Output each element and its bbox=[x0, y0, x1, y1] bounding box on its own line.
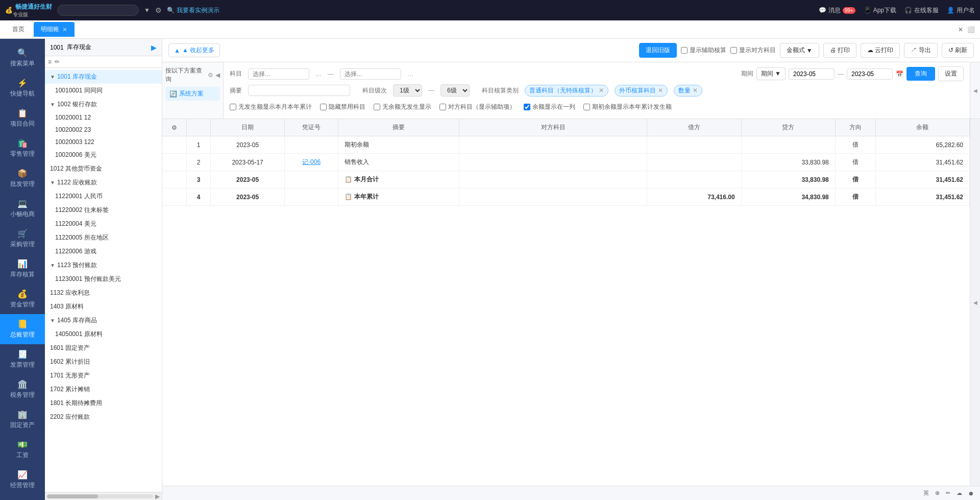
period-to-calendar-icon[interactable]: 📅 bbox=[896, 70, 903, 78]
sidebar-item-tax[interactable]: 🏛️ 税务管理 bbox=[0, 374, 45, 404]
subject-to-more-icon[interactable]: … bbox=[407, 70, 413, 78]
sidebar-item-wholesale[interactable]: 📦 批发管理 bbox=[0, 163, 45, 194]
summary-filter-input[interactable] bbox=[248, 85, 350, 96]
message-btn[interactable]: 💬 消息 99+ bbox=[819, 6, 855, 15]
tree-item-11230001[interactable]: 11230001 预付账款美元 bbox=[45, 272, 162, 286]
account-nav-btn[interactable]: ▶ bbox=[151, 43, 157, 52]
tree-item-1601[interactable]: 1601 固定资产 bbox=[45, 341, 162, 355]
checkbox-hide-disabled-input[interactable] bbox=[320, 104, 327, 110]
tree-scroll-right[interactable]: ▶ bbox=[155, 493, 160, 500]
tree-item-10020002[interactable]: 10020002 23 bbox=[45, 124, 162, 136]
tree-item-1002[interactable]: ▼ 1002 银行存款 bbox=[45, 98, 162, 111]
tree-item-11220005[interactable]: 11220005 所在地区 bbox=[45, 231, 162, 245]
tab-home[interactable]: 首页 bbox=[5, 22, 32, 37]
filter-tag-normal-close[interactable]: ✕ bbox=[599, 87, 604, 94]
sidebar-item-ledger[interactable]: 📒 总账管理 bbox=[0, 314, 45, 344]
window-minimize-btn[interactable]: ✕ bbox=[958, 26, 963, 33]
sidebar-item-retail[interactable]: 🛍️ 零售管理 bbox=[0, 133, 45, 163]
sidebar-item-assets[interactable]: 🏢 固定资产 bbox=[0, 404, 45, 435]
setting-btn[interactable]: 设置 bbox=[938, 66, 964, 81]
status-record-btn[interactable]: ⏺ bbox=[968, 490, 974, 496]
tree-item-1701[interactable]: 1701 无形资产 bbox=[45, 369, 162, 383]
demo-link[interactable]: 🔍 我要看实例演示 bbox=[167, 6, 219, 15]
print-btn[interactable]: 🖨 打印 bbox=[823, 43, 856, 58]
sidebar-item-quicknav[interactable]: ⚡ 快捷导航 bbox=[0, 73, 45, 103]
tree-item-1001[interactable]: ▼ 1001 库存现金 bbox=[45, 70, 162, 84]
tree-edit-icon[interactable]: ✏ bbox=[55, 58, 60, 65]
topbar-settings-icon[interactable]: ⚙ bbox=[155, 6, 162, 14]
return-old-btn[interactable]: 退回旧版 bbox=[639, 43, 677, 58]
checkbox-balance-single-input[interactable] bbox=[524, 104, 530, 110]
tree-item-10010001[interactable]: 10010001 同同同 bbox=[45, 84, 162, 98]
tree-item-11220001[interactable]: 11220001 人民币 bbox=[45, 189, 162, 203]
tree-item-1012[interactable]: 1012 其他货币资金 bbox=[45, 162, 162, 176]
sidebar-item-ecommerce[interactable]: 💻 小畅电商 bbox=[0, 194, 45, 224]
sidebar-item-search[interactable]: 🔍 搜索菜单 bbox=[0, 43, 45, 73]
status-translate-btn[interactable]: 英 bbox=[923, 489, 929, 497]
status-cloud-btn[interactable]: ☁ bbox=[957, 490, 962, 496]
sidebar-item-project[interactable]: 📋 项目合同 bbox=[0, 103, 45, 133]
window-maximize-btn[interactable]: ⬜ bbox=[967, 26, 975, 33]
tree-scrollbar[interactable]: ▶ bbox=[45, 492, 162, 500]
status-edit-btn[interactable]: ✏ bbox=[946, 490, 950, 496]
show-aux-checkbox[interactable] bbox=[681, 47, 688, 54]
export-btn[interactable]: ↗ 导出 bbox=[904, 43, 937, 58]
amount-format-btn[interactable]: 金额式 ▼ bbox=[780, 43, 819, 58]
topbar-search-input[interactable] bbox=[57, 5, 139, 16]
subject-to-input[interactable] bbox=[340, 68, 401, 80]
sidebar-item-operations[interactable]: 📈 经营管理 bbox=[0, 465, 45, 495]
sidebar-item-purchase[interactable]: 🛒 采购管理 bbox=[0, 224, 45, 254]
subject-more-icon[interactable]: … bbox=[315, 70, 322, 78]
query-btn[interactable]: 查询 bbox=[906, 67, 935, 81]
filter-tag-foreign-close[interactable]: ✕ bbox=[658, 87, 663, 94]
period-to-input[interactable] bbox=[847, 68, 893, 80]
show-opposite-checkbox-label[interactable]: 显示对方科目 bbox=[730, 46, 776, 55]
checkbox-no-activity[interactable]: 无发生额显示本月本年累计 bbox=[230, 103, 312, 111]
tree-item-10020001[interactable]: 10020001 12 bbox=[45, 111, 162, 124]
col-settings[interactable]: ⚙ bbox=[162, 119, 186, 136]
tree-item-14050001[interactable]: 14050001 原材料 bbox=[45, 327, 162, 341]
sidebar-item-invoice[interactable]: 🧾 发票管理 bbox=[0, 344, 45, 374]
app-download-btn[interactable]: 📱 App下载 bbox=[864, 6, 896, 15]
sidebar-item-salary[interactable]: 💵 工资 bbox=[0, 435, 45, 465]
checkbox-no-balance-input[interactable] bbox=[374, 104, 380, 110]
checkbox-opposite-input[interactable] bbox=[439, 104, 446, 110]
subject-input[interactable] bbox=[248, 68, 309, 80]
checkbox-opening-input[interactable] bbox=[583, 104, 590, 110]
checkbox-hide-disabled[interactable]: 隐藏禁用科目 bbox=[320, 103, 365, 111]
tree-item-1403[interactable]: 1403 原材料 bbox=[45, 300, 162, 314]
tree-item-2202[interactable]: 2202 应付账款 bbox=[45, 410, 162, 424]
tree-item-1405[interactable]: ▼ 1405 库存商品 bbox=[45, 314, 162, 327]
filter-tag-quantity-close[interactable]: ✕ bbox=[693, 87, 698, 94]
level-to-select[interactable]: 6级4级5级 bbox=[440, 84, 470, 97]
collapse-more-btn[interactable]: ▲ ▲ 收起更多 bbox=[168, 43, 220, 57]
sidebar-item-capital[interactable]: 💰 资金管理 bbox=[0, 284, 45, 314]
checkbox-opening[interactable]: 期初余额显示本年累计发生额 bbox=[583, 103, 672, 111]
checkbox-balance-single[interactable]: 余额显示在一列 bbox=[524, 103, 575, 111]
scheme-item-system[interactable]: 🔄 系统方案 bbox=[165, 87, 220, 101]
scheme-settings-icon[interactable]: ⚙ bbox=[208, 72, 213, 79]
tree-item-11220002[interactable]: 11220002 往来标签 bbox=[45, 203, 162, 217]
tree-item-10020003[interactable]: 10020003 122 bbox=[45, 136, 162, 148]
right-panel[interactable]: ◀ bbox=[970, 119, 980, 486]
checkbox-no-balance[interactable]: 无余额无发生显示 bbox=[374, 103, 431, 111]
online-service-btn[interactable]: 🎧 在线客服 bbox=[904, 6, 939, 15]
sidebar-item-reports[interactable]: 📄 小畅报销 bbox=[0, 495, 45, 500]
tree-item-1132[interactable]: 1132 应收利息 bbox=[45, 286, 162, 300]
period-from-input[interactable] bbox=[789, 68, 835, 80]
scheme-collapse-icon[interactable]: ◀ bbox=[215, 72, 220, 79]
voucher-link-2[interactable]: 记-006 bbox=[302, 158, 321, 165]
user-avatar-btn[interactable]: 👤 用户名 bbox=[947, 6, 975, 15]
filter-collapse-btn[interactable]: ◀ bbox=[970, 62, 980, 118]
tab-detail[interactable]: 明细账 ✕ bbox=[34, 22, 75, 37]
tree-list-icon[interactable]: ≡ bbox=[48, 58, 52, 65]
tree-item-1122[interactable]: ▼ 1122 应收账款 bbox=[45, 176, 162, 189]
tree-item-1602[interactable]: 1602 累计折旧 bbox=[45, 355, 162, 369]
tree-item-11220004[interactable]: 11220004 美元 bbox=[45, 217, 162, 231]
cloud-print-btn[interactable]: ☁ 云打印 bbox=[861, 43, 900, 58]
show-opposite-checkbox[interactable] bbox=[730, 47, 737, 54]
tree-item-10020006[interactable]: 10020006 美元 bbox=[45, 148, 162, 162]
tree-item-1123[interactable]: ▼ 1123 预付账款 bbox=[45, 258, 162, 272]
checkbox-opposite[interactable]: 对方科目（显示辅助项） bbox=[439, 103, 516, 111]
tree-item-1702[interactable]: 1702 累计摊销 bbox=[45, 383, 162, 396]
